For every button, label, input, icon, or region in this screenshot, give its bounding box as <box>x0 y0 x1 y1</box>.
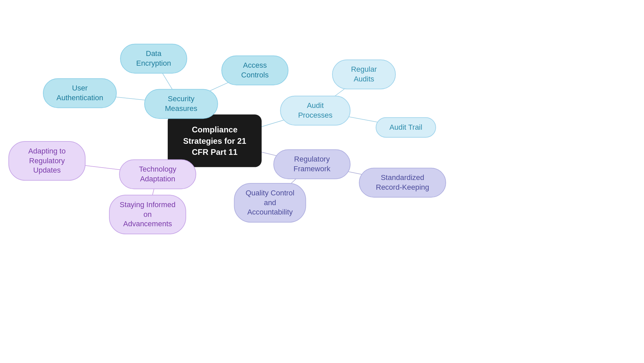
security-measures-node: Security Measures <box>144 89 218 119</box>
technology-adaptation-node: Technology Adaptation <box>119 159 196 189</box>
access-controls-node: Access Controls <box>221 55 288 85</box>
data-encryption-node: Data Encryption <box>120 44 187 73</box>
user-authentication-node: User Authentication <box>43 78 117 108</box>
quality-control-node: Quality Control and Accountability <box>234 183 306 223</box>
regular-audits-node: Regular Audits <box>332 59 396 89</box>
staying-informed-node: Staying Informed on Advancements <box>109 195 186 234</box>
audit-trail-node: Audit Trail <box>376 117 436 138</box>
adapting-regulatory-node: Adapting to Regulatory Updates <box>8 141 86 181</box>
standardized-record-node: Standardized Record-Keeping <box>359 168 446 197</box>
audit-processes-node: Audit Processes <box>280 96 351 125</box>
regulatory-framework-node: Regulatory Framework <box>273 149 351 179</box>
